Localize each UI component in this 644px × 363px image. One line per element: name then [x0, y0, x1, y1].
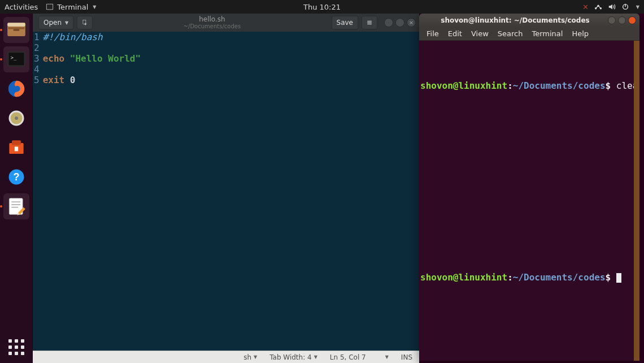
terminal-title: shovon@linuxhint: ~/Documents/codes	[423, 16, 608, 24]
chevron-down-icon: ▼	[93, 5, 96, 10]
svg-rect-8	[8, 27, 25, 29]
menu-help[interactable]: Help	[568, 28, 593, 39]
disks-icon	[6, 108, 27, 128]
chevron-down-icon: ▼	[65, 20, 68, 25]
terminal-scrollbar[interactable]	[634, 41, 639, 361]
terminal-icon: >_	[6, 49, 27, 70]
volume-icon[interactable]	[608, 3, 616, 11]
hamburger-menu-button[interactable]	[362, 16, 377, 29]
app-menu-label: Terminal	[57, 3, 88, 11]
line-number-gutter: 1 2 3 4 5	[33, 32, 42, 351]
close-button[interactable]	[628, 16, 636, 24]
code-line-2	[43, 42, 141, 53]
firefox-icon	[6, 78, 27, 100]
minimize-button[interactable]	[608, 16, 616, 24]
terminal-cursor	[616, 273, 621, 283]
svg-rect-9	[7, 23, 25, 26]
svg-point-17	[15, 116, 18, 120]
dock-files[interactable]	[3, 17, 29, 43]
maximize-button[interactable]	[395, 18, 404, 27]
dock: >_ ?	[0, 14, 33, 363]
svg-rect-10	[13, 29, 19, 31]
menu-terminal[interactable]: Terminal	[528, 28, 567, 39]
menu-search[interactable]: Search	[494, 28, 527, 39]
code-line-4	[43, 64, 141, 75]
hamburger-icon	[367, 19, 372, 27]
gedit-window-controls: ×	[384, 18, 416, 27]
gedit-editor[interactable]: 1 2 3 4 5 #!/bin/bash echo "Hello World"…	[33, 32, 419, 351]
svg-text:?: ?	[14, 171, 20, 183]
gedit-statusbar: sh▼ Tab Width: 4▼ Ln 5, Col 7▼ INS	[33, 351, 419, 363]
dock-disks[interactable]	[3, 105, 29, 131]
show-applications-button[interactable]	[5, 336, 28, 358]
menu-edit[interactable]: Edit	[444, 28, 466, 39]
chevron-down-icon: ▼	[636, 5, 639, 10]
svg-rect-20	[15, 146, 18, 151]
activities-button[interactable]: Activities	[5, 3, 38, 11]
terminal-line: shovon@linuxhint:~/Documents/codes$ clea…	[420, 80, 638, 91]
dock-text-editor[interactable]	[3, 193, 29, 219]
menu-view[interactable]: View	[467, 28, 493, 39]
minimize-button[interactable]	[384, 18, 393, 27]
close-button[interactable]: ×	[407, 18, 416, 27]
files-icon	[6, 19, 27, 41]
dock-help[interactable]: ?	[3, 164, 29, 190]
insert-mode[interactable]: INS	[401, 353, 412, 361]
close-icon[interactable]: ✕	[582, 3, 589, 11]
gedit-filepath: ~/Documents/codes	[96, 23, 328, 29]
software-icon	[6, 137, 27, 158]
code-line-5: exit 0	[43, 75, 141, 85]
code-line-3: echo "Hello World"	[43, 53, 141, 64]
gedit-headerbar: Open ▼ hello.sh ~/Documents/codes Save ×	[33, 14, 419, 32]
save-button[interactable]: Save	[332, 16, 358, 29]
terminal-window: shovon@linuxhint: ~/Documents/codes File…	[419, 14, 639, 361]
dock-terminal[interactable]: >_	[3, 46, 29, 72]
dock-firefox[interactable]	[3, 76, 29, 102]
panel-clock[interactable]: Thu 10:21	[303, 3, 341, 11]
code-line-1: #!/bin/bash	[43, 32, 103, 42]
tab-width-selector[interactable]: Tab Width: 4▼	[269, 353, 317, 361]
maximize-button[interactable]	[618, 16, 626, 24]
open-button-label: Open	[43, 19, 62, 27]
svg-rect-1	[47, 5, 53, 10]
menu-file[interactable]: File	[423, 28, 443, 39]
new-document-icon	[82, 19, 88, 27]
terminal-body[interactable]: shovon@linuxhint:~/Documents/codes$ clea…	[419, 41, 639, 361]
new-tab-button[interactable]	[77, 16, 93, 29]
cursor-position[interactable]: Ln 5, Col 7▼	[330, 353, 389, 361]
save-button-label: Save	[337, 19, 353, 27]
svg-text:>_: >_	[11, 55, 17, 60]
dock-software[interactable]	[3, 135, 29, 161]
terminal-line: shovon@linuxhint:~/Documents/codes$	[420, 272, 638, 283]
gedit-window: Open ▼ hello.sh ~/Documents/codes Save ×…	[33, 14, 419, 363]
help-icon: ?	[6, 167, 27, 187]
terminal-titlebar[interactable]: shovon@linuxhint: ~/Documents/codes	[419, 14, 639, 27]
terminal-small-icon	[46, 3, 54, 11]
power-icon[interactable]	[621, 3, 629, 11]
text-editor-icon	[6, 196, 27, 217]
syntax-selector[interactable]: sh▼	[243, 353, 257, 361]
app-menu[interactable]: Terminal ▼	[46, 3, 96, 11]
terminal-menubar: File Edit View Search Terminal Help	[419, 27, 639, 41]
gedit-filename: hello.sh	[96, 16, 328, 23]
gedit-title: hello.sh ~/Documents/codes	[96, 16, 328, 29]
code-area[interactable]: #!/bin/bash echo "Hello World" exit 0	[42, 32, 141, 351]
terminal-window-controls	[608, 16, 636, 24]
open-button[interactable]: Open ▼	[38, 16, 73, 29]
network-icon[interactable]	[594, 3, 602, 11]
top-panel: Activities Terminal ▼ Thu 10:21 ✕ ▼	[0, 0, 644, 14]
svg-rect-19	[12, 140, 21, 145]
